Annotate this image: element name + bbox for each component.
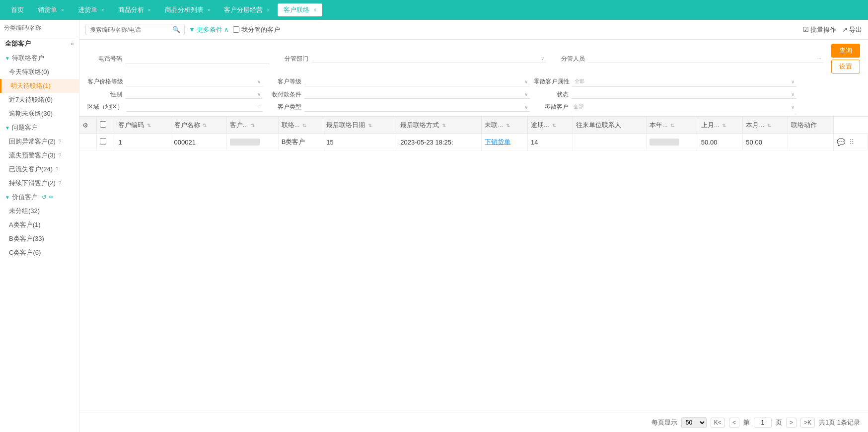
col-overdue[interactable]: 逾期... ⇅	[528, 117, 573, 134]
refresh-icon[interactable]: ↺	[42, 194, 47, 201]
col-last-month[interactable]: 上月... ⇅	[698, 117, 742, 134]
query-button[interactable]: 查询	[831, 44, 860, 58]
filter-action-btns: 查询 设置	[831, 44, 860, 73]
col-this-month[interactable]: 本月... ⇅	[743, 117, 788, 134]
sidebar-class-a[interactable]: A类客户(1)	[0, 218, 79, 232]
nav-purchase-close[interactable]: ×	[101, 7, 104, 13]
action-more-icon[interactable]: ⠿	[849, 138, 854, 146]
retail-attr-select[interactable]: 全部∨	[573, 76, 797, 87]
col-contacts[interactable]: 往来单位联系人	[573, 117, 646, 134]
sort-icon-name: ⇅	[203, 123, 207, 128]
sidebar-today-contact[interactable]: 今天待联络(0)	[0, 65, 79, 79]
retail-customer-select[interactable]: 全部∨	[572, 102, 797, 112]
sort-icon-contact: ⇅	[302, 123, 306, 128]
sort-icon-last-date: ⇅	[368, 123, 372, 128]
action-chat-icon[interactable]: 💬	[837, 138, 845, 146]
nav-customer-contact-close[interactable]: ×	[313, 7, 316, 13]
col-checkbox[interactable]	[97, 117, 115, 134]
sort-icon-this-month: ⇅	[767, 123, 771, 128]
sort-icon-not-contacted: ⇅	[506, 123, 510, 128]
sidebar-churn-warning[interactable]: 流失预警客户(3) ?	[0, 148, 79, 162]
data-table-wrapper: ⚙ 客户编码 ⇅ 客户名称 ⇅ 客户... ⇅ 联络... ⇅ 最后联络日期 ⇅…	[79, 117, 868, 413]
filter-search-icon[interactable]: 🔍	[172, 26, 180, 33]
bulk-op-btn[interactable]: ☑ 批量操作	[803, 25, 836, 34]
row-setting	[79, 134, 97, 150]
customer-level-select[interactable]: ∨	[304, 77, 530, 86]
help-icon-4: ?	[58, 180, 61, 186]
sidebar-overdue-contact[interactable]: 逾期未联络(30)	[0, 107, 79, 121]
row-last-date: 2023-05-23 18:25:	[397, 134, 482, 150]
col-last-method[interactable]: 最后联络方式 ⇅	[397, 117, 482, 134]
filter-bar: 🔍 ▼ 更多条件 ∧ 我分管的客户 ☑ 批量操作 ↗ 导出	[79, 20, 868, 40]
col-code[interactable]: 客户编码 ⇅	[115, 117, 171, 134]
status-select[interactable]: ∨	[572, 90, 797, 99]
row-overdue	[573, 134, 646, 150]
person-select[interactable]: ···	[588, 54, 823, 63]
sort-icon-code: ⇅	[147, 123, 151, 128]
col-not-contacted[interactable]: 未联... ⇅	[482, 117, 528, 134]
sidebar-abnormal-repurchase[interactable]: 回购异常客户(2) ?	[0, 135, 79, 148]
export-btn[interactable]: ↗ 导出	[842, 25, 862, 34]
col-contact[interactable]: 联络... ⇅	[278, 117, 323, 134]
nav-home[interactable]: 首页	[5, 3, 30, 16]
region-select[interactable]: ···	[126, 103, 263, 112]
nav-purchase[interactable]: 进货单 ×	[72, 3, 110, 16]
gender-select[interactable]: ∨	[125, 90, 263, 99]
sort-icon-type: ⇅	[251, 123, 255, 128]
nav-goods-analysis[interactable]: 商品分析 ×	[112, 3, 157, 16]
sidebar-pending-group: ▼ 待联络客户	[0, 51, 79, 65]
filter-search-input[interactable]	[90, 26, 170, 33]
row-last-method[interactable]: 下销货单	[482, 134, 528, 150]
settings-button[interactable]: 设置	[831, 60, 860, 73]
table-row: 1 000021 B类客户 15 2023-05-23 18:25: 下销货单 …	[79, 134, 868, 150]
nav-goods-list[interactable]: 商品分析列表 ×	[159, 3, 217, 16]
col-type[interactable]: 客户... ⇅	[226, 117, 278, 134]
col-this-year[interactable]: 本年... ⇅	[646, 117, 698, 134]
person-field: 分管人员 ···	[550, 54, 823, 63]
sidebar-all-customers[interactable]: 全部客户 «	[0, 36, 79, 51]
first-page-btn[interactable]: K<	[711, 418, 725, 428]
sidebar-churned[interactable]: 已流失客户(24) ?	[0, 162, 79, 176]
adv-filter-panel: 电话号码 分管部门 ∨ 分管人员 ··· 查询 设置	[79, 40, 868, 117]
filter-search-box: 🔍	[85, 24, 185, 35]
row-select-checkbox[interactable]	[100, 138, 106, 144]
sidebar-tomorrow-contact[interactable]: 明天待联络(1)	[0, 79, 79, 93]
region-field: 区域（地区） ···	[87, 103, 263, 112]
row-checkbox[interactable]	[97, 134, 115, 150]
customer-type-select[interactable]: ∨	[304, 103, 530, 112]
sidebar-class-c[interactable]: C类客户(6)	[0, 246, 79, 260]
nav-goods-list-close[interactable]: ×	[208, 7, 211, 13]
collapse-icon: «	[71, 40, 74, 47]
select-all-checkbox[interactable]	[100, 121, 106, 128]
sidebar-search-input[interactable]	[4, 24, 78, 31]
phone-input[interactable]	[125, 54, 270, 64]
payment-select[interactable]: ∨	[304, 90, 530, 99]
nav-customer-tier[interactable]: 客户分层经营 ×	[218, 3, 276, 16]
page-input[interactable]	[754, 418, 772, 428]
edit-icon[interactable]: ✏	[49, 194, 54, 201]
col-last-date[interactable]: 最后联络日期 ⇅	[323, 117, 397, 134]
sidebar-problem-group: ▼ 问题客户	[0, 121, 79, 135]
nav-customer-contact[interactable]: 客户联络 ×	[278, 3, 322, 16]
prev-page-btn[interactable]: <	[729, 418, 739, 428]
nav-customer-tier-close[interactable]: ×	[267, 7, 270, 13]
sidebar-declining[interactable]: 持续下滑客户(2) ?	[0, 176, 79, 190]
page-size-select[interactable]: 50 100 200	[681, 417, 707, 428]
nav-sales-close[interactable]: ×	[61, 7, 64, 13]
export-icon: ↗	[842, 26, 848, 33]
total-count: 共1页 1条记录	[819, 418, 860, 427]
filter-more-btn[interactable]: ▼ 更多条件 ∧	[189, 25, 229, 34]
sidebar-class-b[interactable]: B类客户(33)	[0, 232, 79, 246]
dept-select[interactable]: ∨	[311, 54, 547, 63]
sidebar-search-area: 🔍	[0, 20, 79, 36]
next-page-btn[interactable]: >	[786, 418, 796, 428]
col-setting[interactable]: ⚙	[79, 117, 97, 134]
last-page-btn[interactable]: >K	[800, 418, 815, 428]
nav-goods-analysis-close[interactable]: ×	[148, 7, 151, 13]
sidebar-week-contact[interactable]: 近7天待联络(0)	[0, 93, 79, 107]
nav-sales[interactable]: 销货单 ×	[32, 3, 70, 16]
price-level-select[interactable]: ∨	[126, 77, 263, 86]
sidebar-ungrouped[interactable]: 未分组(32)	[0, 204, 79, 218]
col-name[interactable]: 客户名称 ⇅	[171, 117, 226, 134]
my-customers-checkbox[interactable]	[233, 26, 239, 33]
